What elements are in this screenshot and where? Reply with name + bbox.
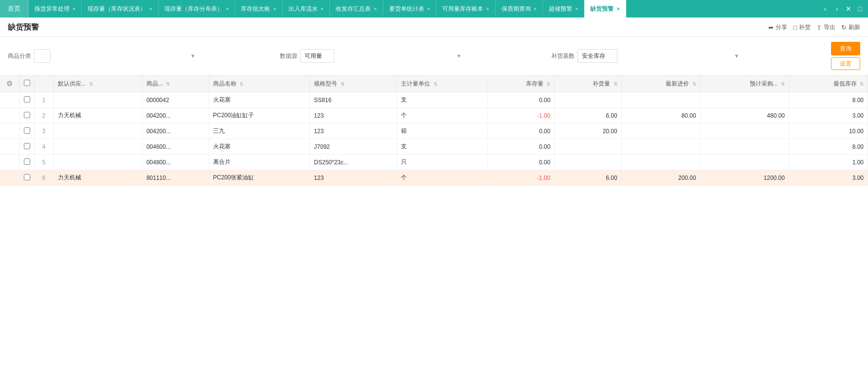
tab-inout-flow-label: 出入库流水 — [289, 5, 318, 13]
tab-overstock[interactable]: 超储预警 × — [543, 0, 584, 18]
tab-stock-status[interactable]: 现存量（库存状况表） × — [82, 0, 158, 18]
row-spec: DS250*23c... — [310, 155, 397, 170]
row-checkbox[interactable] — [24, 112, 30, 118]
row-replenish — [555, 155, 621, 170]
tab-home[interactable]: 首页 — [0, 0, 29, 18]
tab-fullscreen[interactable]: □ — [854, 3, 866, 15]
col-header-stock[interactable]: 库存量 ⇅ — [488, 75, 554, 92]
row-index: 5 — [34, 155, 54, 170]
row-unit: 支 — [397, 92, 488, 108]
settings-button[interactable]: 设置 — [831, 57, 860, 70]
replenish-base-select[interactable]: 安全库存 — [578, 49, 617, 63]
col-header-check[interactable] — [19, 75, 34, 92]
row-check[interactable] — [19, 108, 34, 123]
tab-inout-flow-close[interactable]: × — [321, 6, 324, 12]
col-header-min-stock[interactable]: 最低库存 ⇅ — [789, 75, 868, 92]
tab-req-stats[interactable]: 要货单统计表 × — [383, 0, 436, 18]
row-checkbox[interactable] — [24, 96, 30, 103]
tab-avail-ledger[interactable]: 可用量库存账本 × — [436, 0, 495, 18]
row-latest-price — [621, 123, 700, 139]
export-button[interactable]: ⇧ 导出 — [816, 23, 835, 32]
tab-shortage-close[interactable]: × — [616, 6, 619, 12]
row-spec: 123 — [310, 108, 397, 123]
tab-inout-flow[interactable]: 出入库流水 × — [283, 0, 330, 18]
row-code: 0000042 — [142, 92, 209, 108]
share-label: 分享 — [776, 23, 787, 32]
row-supplier — [54, 123, 142, 139]
refresh-label: 刷新 — [849, 23, 860, 32]
tab-expiry-query[interactable]: 保质期查询 × — [496, 0, 543, 18]
tab-recv-summary-label: 收发存汇总表 — [336, 5, 371, 13]
replenish-button[interactable]: □ 补货 — [793, 23, 811, 32]
row-min-stock: 8.00 — [789, 139, 868, 155]
row-check[interactable] — [19, 170, 34, 186]
tab-req-stats-close[interactable]: × — [427, 6, 430, 12]
col-header-unit[interactable]: 主计量单位 ⇅ — [397, 75, 488, 92]
row-checkbox[interactable] — [24, 158, 30, 165]
tab-overstock-close[interactable]: × — [575, 6, 578, 12]
row-stock: 0.00 — [488, 139, 554, 155]
row-stock: -1.00 — [488, 170, 554, 186]
filter-actions: 查询 设置 — [831, 42, 860, 70]
row-name: 火花塞 — [209, 139, 310, 155]
row-checkbox[interactable] — [24, 143, 30, 149]
header-actions: ➦ 分享 □ 补货 ⇧ 导出 ↻ 刷新 — [768, 23, 860, 32]
tab-batch-account-close[interactable]: × — [273, 6, 276, 12]
tab-expiry-query-close[interactable]: × — [534, 6, 537, 12]
row-est-purchase — [700, 155, 789, 170]
col-header-code[interactable]: 商品... ⇅ — [142, 75, 209, 92]
row-est-purchase — [700, 123, 789, 139]
col-header-supplier[interactable]: 默认供应... ⇅ — [54, 75, 142, 92]
stock-sort-icon: ⇅ — [546, 81, 550, 87]
tab-scroll-right[interactable]: › — [831, 3, 843, 15]
col-header-replenish[interactable]: 补货量 ⇅ — [555, 75, 621, 92]
row-settings — [0, 170, 19, 186]
tab-close-all[interactable]: ✕ — [843, 3, 854, 15]
row-checkbox[interactable] — [24, 174, 30, 180]
row-code: 004800... — [142, 155, 209, 170]
row-est-purchase: 480.00 — [700, 108, 789, 123]
refresh-button[interactable]: ↻ 刷新 — [841, 23, 860, 32]
export-label: 导出 — [824, 23, 835, 32]
col-header-name[interactable]: 商品名称 ⇅ — [209, 75, 310, 92]
tab-scroll-left[interactable]: ‹ — [819, 3, 831, 15]
row-check[interactable] — [19, 139, 34, 155]
row-stock: 0.00 — [488, 92, 554, 108]
tab-abnormal-close[interactable]: × — [72, 6, 75, 12]
datasource-select[interactable]: 可用量 — [300, 49, 334, 63]
tab-stock-dist[interactable]: 现存量（库存分布表） × — [159, 0, 235, 18]
row-code: 004600... — [142, 139, 209, 155]
row-check[interactable] — [19, 155, 34, 170]
query-button[interactable]: 查询 — [831, 42, 860, 55]
row-check[interactable] — [19, 92, 34, 108]
tab-stock-dist-close[interactable]: × — [226, 6, 229, 12]
row-est-purchase — [700, 92, 789, 108]
row-checkbox[interactable] — [24, 127, 30, 134]
row-replenish — [555, 92, 621, 108]
tab-recv-summary[interactable]: 收发存汇总表 × — [330, 0, 383, 18]
category-filter-group: 商品分类 ▼ — [8, 49, 280, 63]
tab-stock-status-close[interactable]: × — [149, 6, 152, 12]
row-unit: 个 — [397, 108, 488, 123]
tab-avail-ledger-close[interactable]: × — [486, 6, 489, 12]
select-all-checkbox[interactable] — [24, 80, 30, 86]
tab-abnormal[interactable]: 拣货异常处理 × — [29, 0, 82, 18]
datasource-select-arrow: ▼ — [456, 53, 462, 59]
share-button[interactable]: ➦ 分享 — [768, 23, 787, 32]
col-header-spec[interactable]: 规格型号 ⇅ — [310, 75, 397, 92]
tab-batch-account-label: 库存批次账 — [241, 5, 270, 13]
row-latest-price — [621, 139, 700, 155]
row-check[interactable] — [19, 123, 34, 139]
col-header-est-purchase[interactable]: 预计采购... ⇅ — [700, 75, 789, 92]
tab-stock-dist-label: 现存量（库存分布表） — [164, 5, 223, 13]
table-settings-icon[interactable]: ⚙ — [6, 79, 13, 88]
category-select[interactable] — [34, 49, 51, 63]
tab-shortage[interactable]: 缺货预警 × — [584, 0, 626, 18]
col-header-settings[interactable]: ⚙ — [0, 75, 19, 92]
col-header-latest-price[interactable]: 最新进价 ⇅ — [621, 75, 700, 92]
tab-batch-account[interactable]: 库存批次账 × — [235, 0, 282, 18]
row-index: 6 — [34, 170, 54, 186]
replenish-base-filter-group: 补货基数 安全库存 ▼ — [551, 49, 823, 63]
category-select-arrow: ▼ — [190, 53, 196, 59]
tab-recv-summary-close[interactable]: × — [374, 6, 377, 12]
